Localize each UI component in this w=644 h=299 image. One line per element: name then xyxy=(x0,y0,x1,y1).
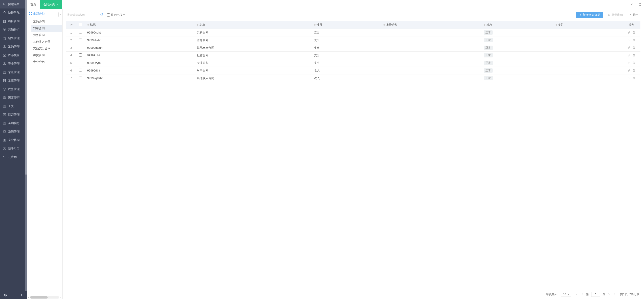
delete-button[interactable] xyxy=(632,46,636,50)
col-nature[interactable]: 性质 xyxy=(312,21,381,29)
edit-button[interactable] xyxy=(627,38,631,42)
search-input[interactable] xyxy=(66,12,104,18)
delete-button[interactable] xyxy=(632,30,636,34)
table-row: 799999qtsrht其他收入合同收入正常 xyxy=(66,74,640,82)
sidebar-item-7[interactable]: 资金管理 xyxy=(0,59,27,68)
col-code[interactable]: 编码 xyxy=(85,21,194,29)
edit-button[interactable] xyxy=(627,61,631,65)
tree-item-4[interactable]: 其他支出合同 xyxy=(31,45,62,52)
tree-item-3[interactable]: 其他收入合同 xyxy=(31,38,62,45)
sidebar-item-1[interactable]: 快捷导航 xyxy=(0,8,27,17)
tree-item-2[interactable]: 劳务合同 xyxy=(31,32,62,38)
tree-item-0[interactable]: 采购合同 xyxy=(31,18,62,25)
tree-root-all[interactable]: 全部分类 xyxy=(27,9,62,18)
edit-button[interactable] xyxy=(627,53,631,57)
show-disabled-checkbox-wrap[interactable]: 显示已停用 xyxy=(107,13,126,17)
settings-button[interactable] xyxy=(3,293,8,297)
sidebar-item-13[interactable]: 经营管理 xyxy=(0,110,27,119)
tree-hscroll-left[interactable]: ‹ xyxy=(27,296,30,299)
sidebar-item-4[interactable]: 销售管理 xyxy=(0,34,27,42)
page-last-button[interactable] xyxy=(612,292,617,297)
sidebar-item-14[interactable]: 基础信息 xyxy=(0,119,27,127)
row-checkbox[interactable] xyxy=(79,53,82,56)
col-status[interactable]: 状态 xyxy=(482,21,553,29)
delete-button[interactable] xyxy=(632,76,636,80)
tab-contract-category[interactable]: 合同分类 × xyxy=(40,0,62,9)
delete-button[interactable] xyxy=(632,38,636,42)
page-input[interactable] xyxy=(591,292,600,297)
collapse-tree-button[interactable] xyxy=(58,12,62,17)
row-checkbox[interactable] xyxy=(79,31,82,34)
per-page-select[interactable]: 50 xyxy=(561,292,571,297)
svg-point-13 xyxy=(4,131,5,132)
edit-button[interactable] xyxy=(627,46,631,50)
sidebar-item-11[interactable]: 固定资产 xyxy=(0,93,27,102)
cell-parent xyxy=(381,74,482,82)
cart-icon xyxy=(3,36,6,40)
batch-delete-button[interactable]: 批量删除 xyxy=(606,12,625,18)
cell-nature: 收入 xyxy=(312,67,381,74)
column-settings[interactable] xyxy=(66,21,76,29)
sidebar-item-3[interactable]: 营销推广 xyxy=(0,25,27,34)
sidebar-item-2[interactable]: 项目合同 xyxy=(0,17,27,25)
edit-button[interactable] xyxy=(627,30,631,34)
page-prev-button[interactable] xyxy=(580,292,585,297)
tree-item-1[interactable]: 对甲合同 xyxy=(31,25,62,32)
sidebar-item-15[interactable]: 系统管理 xyxy=(0,127,27,136)
sidebar-item-17[interactable]: 新手引导 xyxy=(0,144,27,153)
export-button[interactable]: 导出 xyxy=(628,12,640,18)
col-parent[interactable]: 上级分类 xyxy=(381,21,482,29)
page-first-button[interactable] xyxy=(574,292,579,297)
search-icon[interactable] xyxy=(100,13,104,17)
sidebar-item-5[interactable]: 采购管理 xyxy=(0,42,27,51)
sidebar-item-label: 系统管理 xyxy=(8,130,20,134)
tree-item-5[interactable]: 租赁合同 xyxy=(31,52,62,58)
page-next-button[interactable] xyxy=(607,292,611,297)
batch-delete-label: 批量删除 xyxy=(611,13,623,17)
row-checkbox[interactable] xyxy=(79,76,82,79)
sidebar-item-6[interactable]: 库存核算 xyxy=(0,51,27,59)
delete-button[interactable] xyxy=(632,68,636,72)
show-disabled-checkbox[interactable] xyxy=(107,13,110,16)
col-name[interactable]: 名称 xyxy=(194,21,312,29)
delete-button[interactable] xyxy=(632,53,636,57)
collapse-sidebar-button[interactable] xyxy=(19,293,24,297)
sidebar-item-label: 税务管理 xyxy=(8,87,20,91)
cell-remark xyxy=(553,29,622,36)
sidebar-item-0[interactable]: 搜索菜单 xyxy=(0,0,27,8)
sidebar-item-16[interactable]: 企业协同 xyxy=(0,136,27,144)
svg-rect-17 xyxy=(29,12,30,13)
col-remark[interactable]: 备注 xyxy=(553,21,622,29)
add-category-button[interactable]: 新增合同分类 xyxy=(576,12,603,18)
sidebar-item-10[interactable]: 税务管理 xyxy=(0,85,27,93)
tab-close-icon[interactable]: × xyxy=(56,3,58,6)
tree-item-6[interactable]: 专业分包 xyxy=(31,58,62,65)
divider xyxy=(636,2,636,7)
svg-point-4 xyxy=(5,39,6,39)
row-index: 7 xyxy=(66,74,76,82)
delete-button[interactable] xyxy=(632,61,636,65)
sidebar-item-8[interactable]: 总账管理 xyxy=(0,68,27,76)
cell-status: 正常 xyxy=(482,67,553,74)
tree-root-label: 全部分类 xyxy=(33,12,45,16)
tree-hscroll[interactable]: ‹ › xyxy=(27,296,62,299)
sidebar-scrollbar[interactable] xyxy=(25,0,27,291)
tree-hscroll-right[interactable]: › xyxy=(59,296,62,299)
edit-button[interactable] xyxy=(627,68,631,72)
edit-button[interactable] xyxy=(627,76,631,80)
close-all-tabs-button[interactable] xyxy=(628,1,635,7)
sidebar-item-12[interactable]: 工资 xyxy=(0,102,27,110)
row-checkbox[interactable] xyxy=(79,61,82,64)
row-checkbox[interactable] xyxy=(79,46,82,49)
status-badge: 正常 xyxy=(484,61,492,65)
fullscreen-button[interactable] xyxy=(637,1,643,7)
sidebar-scrollbar-thumb[interactable] xyxy=(25,0,27,175)
sidebar-item-9[interactable]: 发票管理 xyxy=(0,76,27,85)
select-all-checkbox[interactable] xyxy=(79,23,82,26)
row-checkbox[interactable] xyxy=(79,38,82,41)
box-icon xyxy=(3,45,6,48)
sidebar-item-18[interactable]: 云应用 xyxy=(0,153,27,161)
cell-name: 劳务合同 xyxy=(194,36,312,44)
tab-home[interactable]: 首页 xyxy=(27,0,40,9)
row-checkbox[interactable] xyxy=(79,69,82,72)
